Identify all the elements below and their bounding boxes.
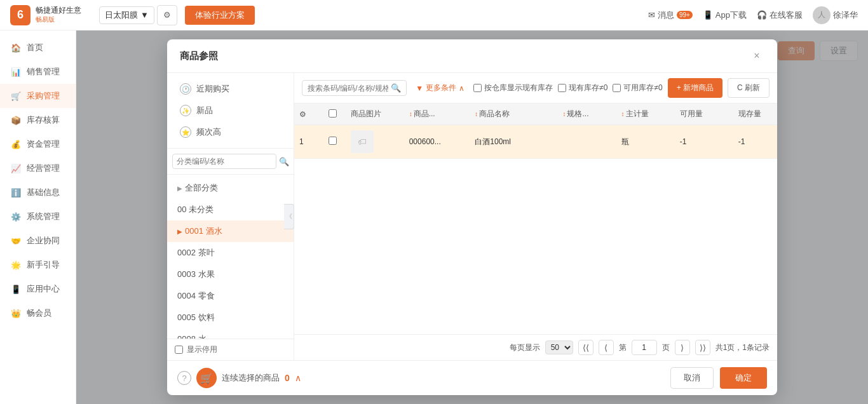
table-row[interactable]: 1 🏷 [294, 125, 777, 159]
sidebar-item-sales[interactable]: 📊 销售管理 [0, 60, 76, 84]
sidebar-item-enterprise[interactable]: 🤝 企业协同 [0, 229, 76, 253]
content-area: 查询 设置 商品参照 × 🕐 [76, 30, 868, 404]
td-spec [557, 125, 616, 159]
help-icon[interactable]: ? [177, 371, 191, 385]
sidebar-item-member[interactable]: 👑 畅会员 [0, 301, 76, 325]
cat-water[interactable]: 0008 水 [167, 328, 294, 339]
check-stock-nonzero[interactable]: 现有库存≠0 [558, 83, 607, 93]
cat-tea[interactable]: 0002 茶叶 [167, 242, 294, 264]
prev-page-btn[interactable]: ⟨ [599, 340, 614, 355]
footer-right: 取消 确定 [670, 367, 767, 389]
td-available: -1 [675, 125, 733, 159]
left-panel: 🕐 近期购买 ✨ 新品 ⭐ 频次高 [167, 73, 294, 360]
sort-arrow-code: ↕ [409, 111, 412, 118]
warehouse-checkbox[interactable] [473, 84, 482, 92]
th-unit[interactable]: ↕ 主计量 [616, 104, 675, 125]
th-checkbox [323, 104, 346, 125]
inventory-icon: 📦 [10, 114, 22, 126]
right-panel: 🔍 ▼ 更多条件 ∧ 按仓库显示现有库存 [294, 73, 777, 360]
check-warehouse-display[interactable]: 按仓库显示现有库存 [473, 83, 553, 93]
quick-access-area: 🕐 近期购买 ✨ 新品 ⭐ 频次高 [167, 73, 294, 149]
refresh-btn[interactable]: C 刷新 [728, 78, 770, 98]
add-product-btn[interactable]: + 新增商品 [668, 78, 722, 98]
sort-arrow-unit: ↕ [621, 111, 625, 118]
app-download-btn[interactable]: 📱 App下载 [703, 10, 747, 21]
cat-fruit[interactable]: 0003 水果 [167, 264, 294, 285]
sidebar-item-system[interactable]: ⚙️ 系统管理 [0, 205, 76, 229]
chevron-up-icon: ∧ [459, 84, 465, 93]
finance-icon: 💰 [10, 138, 22, 150]
sidebar-item-home[interactable]: 🏠 首页 [0, 36, 76, 60]
sidebar-item-inventory[interactable]: 📦 库存核算 [0, 108, 76, 132]
sidebar-item-basic-info[interactable]: ℹ️ 基础信息 [0, 180, 76, 205]
cat-beverage[interactable]: 0005 饮料 [167, 307, 294, 328]
collapse-arrow-icon[interactable]: ∧ [295, 373, 301, 383]
cancel-btn[interactable]: 取消 [670, 367, 714, 389]
th-stock[interactable]: 现存量 [733, 104, 777, 125]
user-avatar: 人 [813, 6, 831, 24]
check-available-nonzero[interactable]: 可用库存≠0 [613, 83, 662, 93]
category-search-input[interactable] [172, 154, 276, 169]
last-page-btn[interactable]: ⟩⟩ [695, 340, 710, 355]
cat-liquor[interactable]: ▶ 0001 酒水 [167, 220, 294, 242]
search-icon[interactable]: 🔍 [391, 83, 401, 93]
row-checkbox[interactable] [329, 137, 337, 145]
next-page-btn[interactable]: ⟩ [675, 340, 690, 355]
store-select-area[interactable]: 日太阳膜 ▼ ⚙ 体验行业方案 [99, 5, 255, 25]
purchase-icon: 🛒 [10, 90, 22, 102]
cat-snack[interactable]: 0004 零食 [167, 285, 294, 307]
left-panel-collapse-btn[interactable]: 《 [284, 204, 294, 229]
sidebar-item-guide[interactable]: 🌟 新手引导 [0, 253, 76, 277]
sidebar-item-finance[interactable]: 💰 资金管理 [0, 132, 76, 156]
online-service-btn[interactable]: 🎧 在线客服 [757, 10, 803, 21]
messages-btn[interactable]: ✉ 消息 99+ [648, 10, 693, 21]
headset-icon: 🎧 [757, 10, 767, 20]
th-spec[interactable]: ↕ 规格... [557, 104, 616, 125]
sidebar-item-apps[interactable]: 📱 应用中心 [0, 277, 76, 301]
td-stock: -1 [733, 125, 777, 159]
first-page-btn[interactable]: ⟨⟨ [578, 340, 593, 355]
th-name[interactable]: ↕ 商品名称 [470, 104, 557, 125]
show-disabled-checkbox[interactable] [175, 346, 183, 354]
nav-right: ✉ 消息 99+ 📱 App下载 🎧 在线客服 人 徐泽华 [648, 6, 858, 24]
th-available[interactable]: 可用量 [675, 104, 733, 125]
product-image: 🏷 [351, 130, 374, 153]
high-freq-icon: ⭐ [180, 126, 191, 138]
modal-body: 🕐 近期购买 ✨ 新品 ⭐ 频次高 [167, 73, 777, 360]
th-settings[interactable]: ⚙ [294, 104, 323, 125]
category-list: ▶ 全部分类 00 未分类 ▶ 0001 酒水 0002 茶 [167, 175, 294, 339]
cart-icon[interactable]: 🛒 [196, 368, 217, 388]
per-page-select[interactable]: 50 [545, 340, 573, 354]
confirm-btn[interactable]: 确定 [720, 367, 767, 389]
apps-icon: 📱 [10, 283, 22, 295]
modal-title: 商品参照 [180, 50, 218, 62]
sidebar-item-operations[interactable]: 📈 经营管理 [0, 156, 76, 180]
new-product-icon: ✨ [180, 105, 191, 116]
message-icon: ✉ [648, 10, 655, 20]
high-frequency-item[interactable]: ⭐ 频次高 [172, 121, 288, 143]
operations-icon: 📈 [10, 163, 22, 174]
select-all-checkbox[interactable] [329, 109, 337, 118]
user-area[interactable]: 人 徐泽华 [813, 6, 858, 24]
modal-close-button[interactable]: × [749, 48, 764, 64]
modal-header: 商品参照 × [167, 39, 777, 73]
product-search-input[interactable] [308, 84, 388, 93]
stock-nonzero-checkbox[interactable] [558, 84, 566, 92]
product-table-wrapper: ⚙ 商品图片 [294, 104, 777, 334]
available-nonzero-checkbox[interactable] [613, 84, 621, 92]
gear-button[interactable]: ⚙ [157, 5, 177, 25]
store-select[interactable]: 日太阳膜 ▼ [99, 6, 154, 24]
modal-footer: ? 🛒 连续选择的商品 0 ∧ 取消 确定 [167, 360, 777, 395]
total-label: 共1页，1条记录 [715, 342, 770, 353]
sidebar-item-purchase[interactable]: 🛒 采购管理 [0, 84, 76, 108]
category-search-icon[interactable]: 🔍 [279, 157, 289, 166]
recent-purchase-item[interactable]: 🕐 近期购买 [172, 78, 288, 100]
cat-all[interactable]: ▶ 全部分类 [167, 177, 294, 199]
th-code[interactable]: ↕ 商品... [404, 104, 470, 125]
cat-uncategorized[interactable]: 00 未分类 [167, 199, 294, 220]
new-product-item[interactable]: ✨ 新品 [172, 100, 288, 121]
more-conditions-btn[interactable]: ▼ 更多条件 ∧ [412, 80, 468, 96]
experience-btn[interactable]: 体验行业方案 [185, 6, 255, 25]
page-input[interactable] [632, 340, 657, 355]
show-disabled-label[interactable]: 显示停用 [187, 344, 217, 355]
